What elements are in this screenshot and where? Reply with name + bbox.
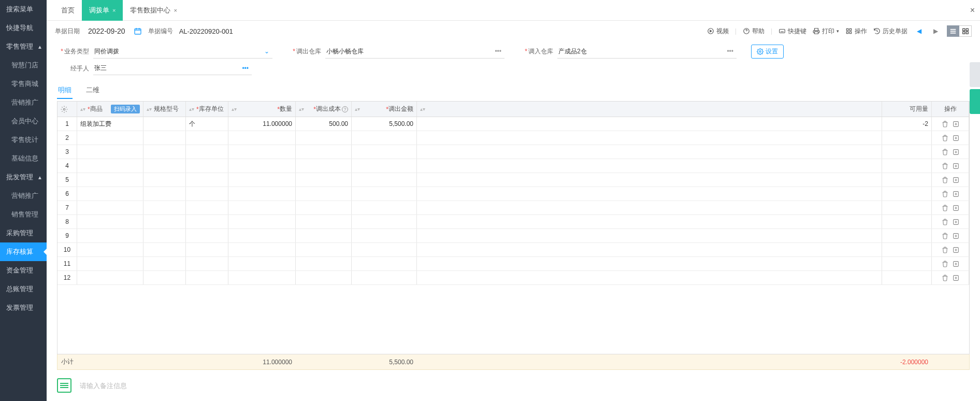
delete-row-icon[interactable]: [942, 191, 948, 197]
table-row[interactable]: 1组装加工费个11.000000500.005,500.00-2: [57, 117, 969, 131]
out-wh-input[interactable]: 小畅小畅仓库•••: [325, 45, 505, 59]
table-row[interactable]: 4: [57, 159, 969, 173]
close-all-tabs[interactable]: ×: [970, 6, 975, 15]
sidebar-item-8[interactable]: 基础信息: [0, 149, 47, 168]
col-spec[interactable]: ▴▾规格型号: [143, 102, 186, 117]
in-wh-input[interactable]: 产成品2仓•••: [557, 45, 737, 59]
rail-button-1[interactable]: [970, 62, 980, 87]
sidebar-item-9[interactable]: 批发管理▲: [0, 168, 47, 187]
subtab-0[interactable]: 明细: [57, 82, 73, 99]
cell-spec[interactable]: [143, 117, 186, 131]
tab-1[interactable]: 调拨单×: [82, 0, 123, 21]
table-row[interactable]: 2: [57, 131, 969, 145]
add-row-icon[interactable]: [953, 149, 959, 155]
tab-0[interactable]: 首页: [54, 0, 82, 21]
delete-row-icon[interactable]: [942, 219, 948, 225]
settings-button[interactable]: 设置: [751, 45, 784, 59]
add-row-icon[interactable]: [953, 247, 959, 253]
add-row-icon[interactable]: [953, 121, 959, 127]
sidebar-item-13[interactable]: 库存核算: [0, 242, 47, 261]
history-button[interactable]: 历史单据: [873, 27, 907, 36]
table-row[interactable]: 3: [57, 145, 969, 159]
add-row-icon[interactable]: [953, 205, 959, 211]
biz-type-input[interactable]: 同价调拨⌄: [93, 45, 272, 59]
col-qty[interactable]: ▴▾*数量: [228, 102, 296, 117]
add-row-icon[interactable]: [953, 135, 959, 141]
info-icon[interactable]: ?: [342, 106, 348, 112]
sidebar-item-11[interactable]: 销售管理: [0, 205, 47, 224]
delete-row-icon[interactable]: [942, 135, 948, 141]
rail-button-2[interactable]: [970, 89, 980, 114]
col-product[interactable]: ▴▾*商品扫码录入: [77, 102, 143, 117]
video-button[interactable]: 视频: [707, 27, 729, 36]
add-row-icon[interactable]: [953, 261, 959, 267]
sidebar-item-15[interactable]: 总账管理: [0, 280, 47, 298]
sidebar-item-5[interactable]: 营销推广: [0, 93, 47, 112]
sidebar-item-7[interactable]: 零售统计: [0, 131, 47, 149]
add-row-icon[interactable]: [953, 275, 959, 281]
sidebar-item-2[interactable]: 零售管理▲: [0, 37, 47, 56]
shortcut-button[interactable]: 快捷键: [779, 27, 806, 36]
table-row[interactable]: 10: [57, 243, 969, 257]
delete-row-icon[interactable]: [942, 261, 948, 267]
sidebar-item-6[interactable]: 会员中心: [0, 112, 47, 131]
operate-button[interactable]: 操作: [845, 27, 867, 36]
delete-row-icon[interactable]: [942, 163, 948, 169]
add-row-icon[interactable]: [953, 219, 959, 225]
more-icon[interactable]: •••: [725, 48, 736, 55]
card-view-button[interactable]: [959, 25, 972, 37]
table-row[interactable]: 9: [57, 229, 969, 243]
table-row[interactable]: 11: [57, 257, 969, 271]
delete-row-icon[interactable]: [942, 121, 948, 127]
add-row-icon[interactable]: [953, 177, 959, 183]
col-amount[interactable]: ▴▾*调出金额: [352, 102, 417, 117]
date-value[interactable]: 2022-09-20: [86, 26, 127, 37]
cell-unit[interactable]: 个: [186, 117, 228, 131]
table-row[interactable]: 5: [57, 173, 969, 187]
delete-row-icon[interactable]: [942, 247, 948, 253]
cell-amount[interactable]: 5,500.00: [352, 117, 417, 131]
sidebar-item-1[interactable]: 快捷导航: [0, 19, 47, 37]
sidebar-item-4[interactable]: 零售商城: [0, 75, 47, 93]
tab-2[interactable]: 零售数据中心×: [123, 0, 184, 21]
col-cost[interactable]: ▴▾*调出成本?: [296, 102, 352, 117]
column-config-button[interactable]: [57, 102, 77, 117]
cell-cost[interactable]: 500.00: [296, 117, 352, 131]
prev-doc-button[interactable]: ◀: [914, 26, 924, 36]
more-icon[interactable]: •••: [240, 65, 251, 72]
sidebar-item-0[interactable]: 搜索菜单: [0, 0, 47, 19]
list-view-button[interactable]: [947, 25, 959, 37]
table-row[interactable]: 8: [57, 215, 969, 229]
print-button[interactable]: 打印▾: [813, 27, 839, 36]
delete-row-icon[interactable]: [942, 177, 948, 183]
sidebar-item-10[interactable]: 营销推广: [0, 187, 47, 205]
add-row-icon[interactable]: [953, 191, 959, 197]
close-icon[interactable]: ×: [174, 7, 177, 13]
table-row[interactable]: 6: [57, 187, 969, 201]
delete-row-icon[interactable]: [942, 233, 948, 239]
sidebar-item-16[interactable]: 发票管理: [0, 298, 47, 317]
col-unit[interactable]: ▴▾*库存单位: [186, 102, 228, 117]
sidebar-item-14[interactable]: 资金管理: [0, 261, 47, 280]
add-row-icon[interactable]: [953, 163, 959, 169]
handler-input[interactable]: 张三•••: [93, 62, 252, 75]
remark-input[interactable]: [80, 382, 970, 390]
calendar-icon[interactable]: [134, 27, 142, 35]
col-avail[interactable]: 可用量: [882, 102, 932, 117]
subtab-1[interactable]: 二维: [85, 82, 100, 99]
cell-product[interactable]: 组装加工费: [77, 117, 143, 131]
add-row-icon[interactable]: [953, 233, 959, 239]
note-icon[interactable]: [57, 378, 71, 393]
delete-row-icon[interactable]: [942, 149, 948, 155]
table-row[interactable]: 12: [57, 271, 969, 285]
next-doc-button[interactable]: ▶: [930, 26, 941, 36]
help-button[interactable]: 帮助: [743, 27, 765, 36]
more-icon[interactable]: •••: [493, 48, 503, 55]
scan-entry-button[interactable]: 扫码录入: [111, 105, 140, 113]
table-row[interactable]: 7: [57, 201, 969, 215]
close-icon[interactable]: ×: [112, 7, 116, 13]
delete-row-icon[interactable]: [942, 275, 948, 281]
delete-row-icon[interactable]: [942, 205, 948, 211]
cell-qty[interactable]: 11.000000: [228, 117, 296, 131]
sidebar-item-3[interactable]: 智慧门店: [0, 56, 47, 75]
